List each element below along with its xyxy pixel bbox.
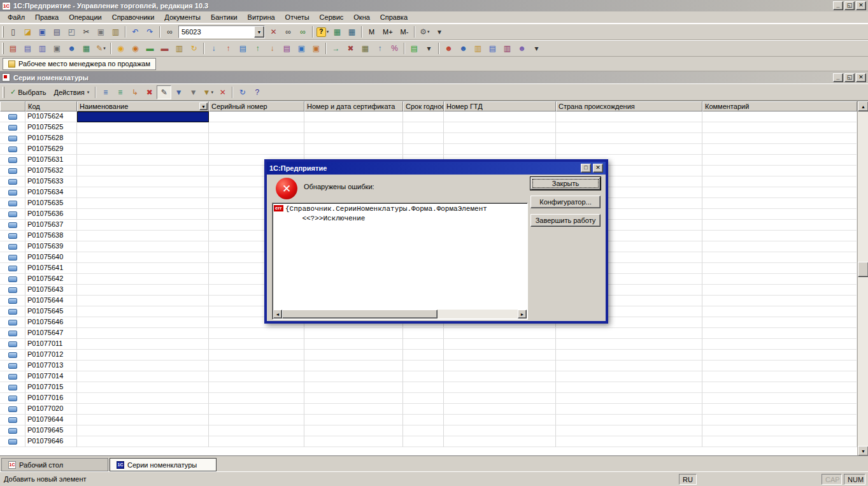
cell-shelf-life[interactable] (403, 404, 444, 415)
cell-name[interactable] (77, 425, 209, 436)
cell-origin-country[interactable] (556, 371, 702, 382)
paste-icon[interactable]: ▥ (108, 25, 123, 39)
toolbar-grip[interactable] (3, 87, 4, 98)
toolbar-overflow-icon[interactable]: ▾ (432, 25, 446, 39)
cell-gtd-number[interactable] (444, 133, 556, 144)
cell-comment[interactable] (702, 252, 857, 263)
goods-receipt-icon[interactable]: ↓ (206, 41, 221, 55)
cell-name[interactable] (77, 176, 209, 187)
spreadsheet-icon[interactable]: ▦ (330, 25, 345, 39)
cell-serial-number[interactable] (209, 328, 304, 339)
cell-shelf-life[interactable] (403, 133, 444, 144)
header-cell-shelf-life[interactable]: Срок годнос... (403, 101, 444, 111)
cell-comment[interactable] (702, 350, 857, 361)
cell-comment[interactable] (702, 328, 857, 339)
cell-comment[interactable] (702, 166, 857, 176)
cell-code[interactable]: P01077014 (25, 371, 77, 382)
cell-origin-country[interactable] (556, 339, 702, 350)
cell-serial-number[interactable] (209, 144, 304, 155)
cell-serial-number[interactable] (209, 436, 304, 447)
scroll-up-icon[interactable]: ▲ (858, 101, 868, 111)
cell-comment[interactable] (702, 133, 857, 144)
cell-shelf-life[interactable] (403, 111, 444, 122)
cell-code[interactable]: P01079646 (25, 436, 77, 447)
cell-origin-country[interactable] (556, 393, 702, 404)
menu-edit[interactable]: Правка (30, 12, 64, 22)
cell-comment[interactable] (702, 361, 857, 371)
filter-by-current-icon[interactable]: ▼ (186, 85, 201, 99)
cell-origin-country[interactable] (556, 144, 702, 155)
cell-shelf-life[interactable] (403, 339, 444, 350)
table-row[interactable]: P01075629 (0, 144, 857, 155)
cell-shelf-life[interactable] (403, 350, 444, 361)
cell-certificate[interactable] (304, 361, 403, 371)
set-deletion-mark-icon[interactable]: ✖ (142, 85, 157, 99)
table-row[interactable]: P01079645 (0, 425, 857, 436)
refresh-icon[interactable]: ↻ (235, 85, 250, 99)
cell-name[interactable] (77, 263, 209, 274)
cell-certificate[interactable] (304, 144, 403, 155)
child-minimize-icon[interactable]: _ (833, 73, 843, 82)
cell-certificate[interactable] (304, 111, 403, 122)
close-icon[interactable]: ✕ (856, 1, 866, 10)
cell-gtd-number[interactable] (444, 436, 556, 447)
cash-receipt-order-icon[interactable]: ◉ (113, 41, 128, 55)
cell-gtd-number[interactable] (444, 425, 556, 436)
workspace-panel-tab[interactable]: Рабочее место менеджера по продажам (3, 58, 156, 70)
cell-code[interactable]: P01075636 (25, 209, 77, 220)
header-cell-code[interactable]: Код (25, 101, 77, 111)
menu-file[interactable]: Файл (3, 12, 30, 22)
menu-catalogs[interactable]: Справочники (107, 12, 160, 22)
cell-gtd-number[interactable] (444, 371, 556, 382)
cell-name[interactable] (77, 350, 209, 361)
table-row[interactable]: P01077012 (0, 350, 857, 361)
cell-comment[interactable] (702, 296, 857, 306)
cell-gtd-number[interactable] (444, 339, 556, 350)
combo-dropdown-icon[interactable]: ▼ (254, 26, 264, 38)
hscroll-track[interactable] (282, 310, 518, 318)
cell-code[interactable]: P01077012 (25, 350, 77, 361)
memory-button[interactable]: М (364, 25, 379, 39)
actions-button[interactable]: Действия▾ (50, 85, 94, 99)
cell-code[interactable]: P01075634 (25, 187, 77, 198)
scroll-right-icon[interactable]: ► (518, 310, 527, 318)
header-cell-origin-country[interactable]: Страна происхождения (556, 101, 702, 111)
tab-desktop[interactable]: 1СРабочий стол (1, 458, 108, 471)
cell-shelf-life[interactable] (403, 144, 444, 155)
supplier-invoice-icon[interactable]: ▤ (236, 41, 250, 55)
header-cell-gtd-number[interactable]: Номер ГТД (444, 101, 556, 111)
undo-icon[interactable]: ↶ (128, 25, 143, 39)
hscroll-thumb[interactable] (282, 310, 438, 318)
cell-certificate[interactable] (304, 436, 403, 447)
cell-shelf-life[interactable] (403, 415, 444, 425)
cell-shelf-life[interactable] (403, 371, 444, 382)
dialog-close-icon[interactable]: ✕ (593, 164, 603, 173)
goods-writeoff-icon[interactable]: ✖ (343, 41, 358, 55)
goods-shipment-return-icon[interactable]: ↓ (265, 41, 280, 55)
cell-code[interactable]: P01079644 (25, 415, 77, 425)
cell-shelf-life[interactable] (403, 122, 444, 133)
cell-name[interactable] (77, 187, 209, 198)
cell-code[interactable]: P01075637 (25, 220, 77, 231)
select-button[interactable]: ✓Выбрать (6, 85, 50, 99)
toolbar-extra-overflow-icon[interactable]: ▾ (529, 41, 544, 55)
cell-code[interactable]: P01075632 (25, 166, 77, 176)
cell-origin-country[interactable] (556, 361, 702, 371)
restore-icon[interactable]: ◱ (844, 1, 855, 10)
cell-shelf-life[interactable] (403, 361, 444, 371)
find-and-replace-icon[interactable]: ∞ (162, 25, 177, 39)
cut-icon[interactable]: ✂ (79, 25, 94, 39)
table-row[interactable]: P01075624 (0, 111, 857, 122)
quick-selection-icon[interactable]: ✎ (157, 85, 171, 99)
quick-search-combo[interactable]: 56023▼ (178, 25, 265, 38)
cell-origin-country[interactable] (556, 328, 702, 339)
clear-filter-icon[interactable]: ✕ (215, 85, 230, 99)
cell-name[interactable] (77, 231, 209, 241)
cell-name[interactable] (77, 220, 209, 231)
table-row[interactable]: P01077015 (0, 382, 857, 393)
cell-gtd-number[interactable] (444, 144, 556, 155)
cell-code[interactable]: P01075640 (25, 252, 77, 263)
error-text-area[interactable]: err {Справочник.СерииНоменклатуры.Форма.… (272, 203, 528, 320)
cell-gtd-number[interactable] (444, 415, 556, 425)
debts-report-icon[interactable]: ▥ (500, 41, 515, 55)
